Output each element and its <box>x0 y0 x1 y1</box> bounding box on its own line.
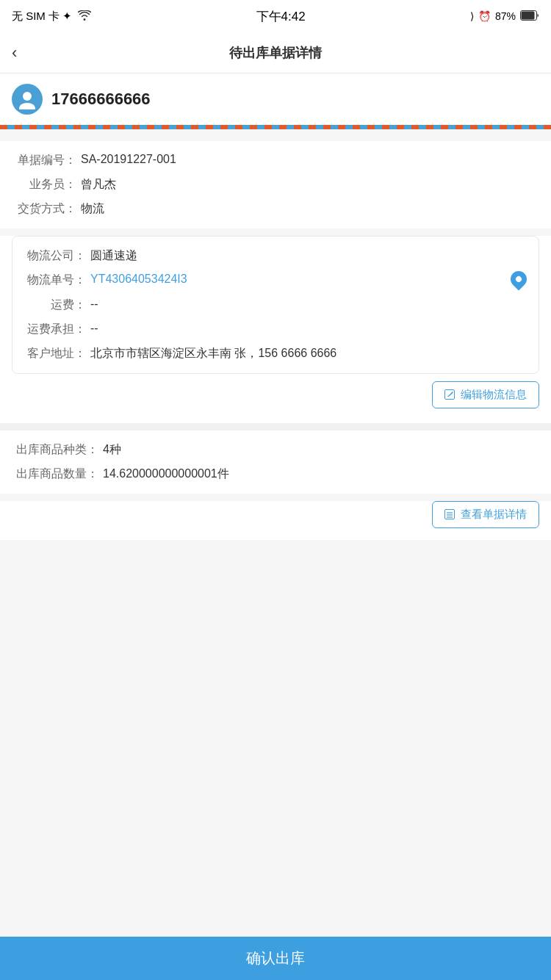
customer-phone: 17666666666 <box>51 90 151 109</box>
delivery-label: 交货方式： <box>15 201 81 217</box>
location-icon: ⟩ <box>470 10 474 22</box>
logistics-card: 物流公司： 圆通速递 物流单号： YT43064053424I3 运费： -- … <box>12 236 539 374</box>
bottom-padding <box>0 540 551 599</box>
delivery-row: 交货方式： 物流 <box>15 201 536 217</box>
battery-percent: 87% <box>495 10 516 22</box>
wifi-icon <box>78 10 91 23</box>
customer-header: 17666666666 <box>0 73 551 125</box>
svg-point-3 <box>19 103 35 109</box>
battery-icon <box>520 10 539 23</box>
freight-row: 运费： -- <box>24 298 527 313</box>
back-button[interactable]: ‹ <box>12 43 17 62</box>
freight-bearer-value: -- <box>90 322 527 335</box>
logistics-number-value: YT43064053424I3 <box>90 273 505 286</box>
edit-logistics-label: 编辑物流信息 <box>461 388 527 402</box>
product-quantity-value: 14.620000000000001件 <box>103 466 536 482</box>
status-right: ⟩ ⏰ 87% <box>470 10 539 23</box>
confirm-button[interactable]: 确认出库 <box>0 937 551 980</box>
logistics-company-value: 圆通速递 <box>90 248 527 264</box>
view-details-btn-container: 查看单据详情 <box>0 501 551 540</box>
confirm-button-label: 确认出库 <box>246 950 305 966</box>
svg-rect-1 <box>521 11 534 19</box>
list-icon <box>444 509 456 521</box>
customer-address-label: 客户地址： <box>24 346 90 361</box>
page-title: 待出库单据详情 <box>229 44 322 62</box>
product-section: 出库商品种类： 4种 出库商品数量： 14.620000000000001件 <box>0 430 551 494</box>
edit-logistics-btn-container: 编辑物流信息 <box>0 381 551 417</box>
product-quantity-row: 出库商品数量： 14.620000000000001件 <box>15 466 536 482</box>
location-pin-icon[interactable] <box>507 267 530 290</box>
doc-number-label: 单据编号： <box>15 153 81 168</box>
product-type-row: 出库商品种类： 4种 <box>15 442 536 458</box>
status-left: 无 SIM 卡 ✦ <box>12 10 91 24</box>
freight-label: 运费： <box>24 298 90 313</box>
status-time: 下午4:42 <box>256 8 306 25</box>
salesperson-label: 业务员： <box>15 177 81 192</box>
status-bar: 无 SIM 卡 ✦ 下午4:42 ⟩ ⏰ 87% <box>0 0 551 32</box>
freight-bearer-row: 运费承担： -- <box>24 322 527 337</box>
delivery-value: 物流 <box>81 201 536 217</box>
alarm-icon: ⏰ <box>478 10 491 22</box>
view-details-label: 查看单据详情 <box>461 508 527 522</box>
avatar <box>12 84 43 115</box>
logistics-section: 物流公司： 圆通速递 物流单号： YT43064053424I3 运费： -- … <box>0 236 551 423</box>
salesperson-value: 曾凡杰 <box>81 177 536 192</box>
product-type-label: 出库商品种类： <box>15 442 103 458</box>
customer-address-value: 北京市市辖区海淀区永丰南 张，156 6666 6666 <box>90 346 527 361</box>
doc-number-value: SA-20191227-001 <box>81 153 536 166</box>
product-type-value: 4种 <box>103 442 536 458</box>
freight-value: -- <box>90 298 527 311</box>
edit-icon <box>444 389 456 401</box>
view-details-button[interactable]: 查看单据详情 <box>432 501 539 528</box>
salesperson-row: 业务员： 曾凡杰 <box>15 177 536 192</box>
sim-label: 无 SIM 卡 ✦ <box>12 10 72 24</box>
edit-logistics-button[interactable]: 编辑物流信息 <box>432 381 539 408</box>
freight-bearer-label: 运费承担： <box>24 322 90 337</box>
customer-address-row: 客户地址： 北京市市辖区海淀区永丰南 张，156 6666 6666 <box>24 346 527 361</box>
svg-point-2 <box>23 92 32 101</box>
doc-number-row: 单据编号： SA-20191227-001 <box>15 153 536 168</box>
nav-bar: ‹ 待出库单据详情 <box>0 32 551 73</box>
logistics-company-label: 物流公司： <box>24 248 90 264</box>
basic-info-section: 单据编号： SA-20191227-001 业务员： 曾凡杰 交货方式： 物流 <box>0 141 551 228</box>
logistics-company-row: 物流公司： 圆通速递 <box>24 248 527 264</box>
dashed-divider <box>0 125 551 129</box>
product-quantity-label: 出库商品数量： <box>15 466 103 482</box>
gray-separator <box>0 423 551 430</box>
logistics-number-row: 物流单号： YT43064053424I3 <box>24 273 527 289</box>
logistics-number-label: 物流单号： <box>24 273 90 288</box>
